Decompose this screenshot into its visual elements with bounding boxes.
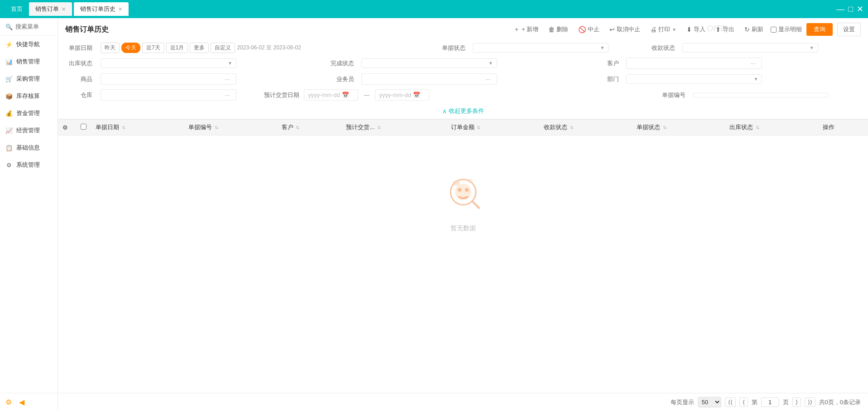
sidebar-item-quick-nav[interactable]: ⚡ 快捷导航 (0, 36, 58, 53)
date-btn-1month[interactable]: 近1月 (166, 43, 188, 53)
customer-dots-icon[interactable]: ··· (748, 60, 758, 67)
salesman-dots-icon[interactable]: ··· (483, 76, 493, 82)
sidebar-search[interactable]: 🔍 搜索菜单 (0, 18, 58, 36)
per-page-select[interactable]: 50 10 20 100 (698, 397, 721, 407)
product-input[interactable]: ··· (101, 73, 236, 85)
sidebar-item-capital[interactable]: 💰 资金管理 (0, 105, 58, 122)
date-btn-custom[interactable]: 自定义 (211, 43, 235, 53)
order-number-label: 单据编号 (662, 91, 689, 99)
th-settings[interactable]: ⚙ (58, 120, 76, 135)
collapse-filter-btn[interactable]: ∧ 收起更多条件 (65, 105, 861, 117)
delivery-date-label: 预计交货日期 (264, 91, 300, 99)
svg-point-4 (465, 188, 469, 192)
th-amount[interactable]: 订单金额 ⇅ (446, 120, 539, 135)
settings-button[interactable]: 设置 (837, 23, 861, 36)
calendar-start-icon[interactable]: 📅 (342, 92, 349, 98)
sidebar-item-basic[interactable]: 📋 基础信息 (0, 139, 58, 156)
select-all-checkbox[interactable] (81, 124, 86, 130)
customer-input[interactable]: ··· (626, 58, 762, 69)
page-number-input[interactable] (761, 397, 779, 407)
empty-illustration (441, 172, 486, 217)
delivery-date-start-input[interactable]: yyyy-mm-dd 📅 (304, 89, 358, 101)
close-btn[interactable]: ✕ (857, 4, 863, 14)
th-receipt-status[interactable]: 收款状态 ⇅ (539, 120, 632, 135)
th-order-status[interactable]: 单据状态 ⇅ (632, 120, 725, 135)
next-page-btn[interactable]: ⟩ (792, 397, 801, 407)
date-btn-today[interactable]: 今天 (121, 43, 140, 53)
toolbar-delete-btn[interactable]: 🗑 删除 (546, 24, 571, 35)
sidebar-item-operation[interactable]: 📈 经营管理 (0, 122, 58, 139)
customer-section: 客户 ··· (595, 58, 861, 69)
toolbar-refresh-btn[interactable]: ↻ 刷新 (742, 24, 766, 35)
th-date[interactable]: 单据日期 ⇅ (91, 120, 184, 135)
system-icon: ⚙ (5, 161, 13, 169)
order-status-arrow-icon: ▼ (600, 45, 604, 50)
complete-status-select[interactable]: ▼ (361, 58, 497, 68)
operation-icon: 📈 (5, 127, 13, 134)
toolbar-export-btn[interactable]: ⬆ 导出 (713, 24, 737, 35)
main-layout: 🔍 搜索菜单 ⚡ 快捷导航 📊 销售管理 🛒 采购管理 📦 库存核算 💰 资金管… (0, 18, 868, 411)
search-button[interactable]: 查询 (806, 23, 833, 36)
th-customer[interactable]: 客户 ⇅ (277, 120, 342, 135)
page-title: 销售订单历史 (65, 25, 109, 34)
table-settings-icon[interactable]: ⚙ (62, 124, 68, 131)
last-page-btn[interactable]: ⟩⟩ (805, 397, 815, 407)
warehouse-dots-icon[interactable]: ··· (222, 92, 232, 98)
tab-sales-order-close[interactable]: ✕ (62, 6, 66, 12)
date-btn-7days[interactable]: 近7天 (142, 43, 164, 53)
product-dots-icon[interactable]: ··· (222, 76, 232, 82)
toolbar-new-btn[interactable]: ＋ + 新增 (511, 24, 541, 35)
toolbar-stop-btn[interactable]: 🚫 中止 (575, 24, 602, 35)
tab-sales-order[interactable]: 销售订单 ✕ (29, 2, 72, 16)
tab-home[interactable]: 首页 (5, 2, 29, 16)
sort-delivery-icon: ⇅ (377, 125, 381, 130)
salesman-input[interactable]: ··· (361, 73, 497, 85)
minimize-btn[interactable]: — (836, 5, 844, 14)
display-toggle-checkbox[interactable] (771, 27, 777, 33)
maximize-btn[interactable]: □ (848, 5, 853, 14)
date-btn-more[interactable]: 更多 (190, 43, 209, 53)
sidebar-item-purchase[interactable]: 🛒 采购管理 (0, 70, 58, 87)
svg-point-5 (453, 180, 460, 186)
page-label: 第 (752, 398, 758, 406)
tab-sales-order-history-close[interactable]: ✕ (118, 6, 122, 12)
first-page-btn[interactable]: ⟨⟨ (725, 397, 736, 407)
department-select[interactable]: ▼ (626, 74, 762, 84)
filter-row-2: 出库状态 ▼ 完成状态 ▼ 客户 (65, 58, 861, 69)
empty-state: 暂无数据 (58, 135, 868, 269)
toolbar-print-btn[interactable]: 🖨 打印 ▼ (647, 24, 679, 35)
salesman-label: 业务员 (331, 75, 358, 83)
sidebar-bottom: ⚙ ◀ (0, 393, 58, 411)
th-out-status[interactable]: 出库状态 ⇅ (725, 120, 818, 135)
capital-icon: 💰 (5, 110, 13, 117)
toolbar-cancel-stop-btn[interactable]: ↩ 取消中止 (607, 24, 643, 35)
receipt-status-select[interactable]: ▼ (682, 43, 818, 53)
print-icon: 🖨 (650, 26, 657, 33)
prev-page-btn[interactable]: ⟨ (739, 397, 748, 407)
out-status-select[interactable]: ▼ (101, 58, 236, 68)
top-bar: 首页 销售订单 ✕ 销售订单历史 ✕ — □ ✕ (0, 0, 868, 18)
date-btn-yesterday[interactable]: 昨天 (101, 43, 120, 53)
sales-icon: 📊 (5, 58, 13, 65)
sort-number-icon: ⇅ (215, 125, 218, 130)
th-delivery[interactable]: 预计交货... ⇅ (341, 120, 446, 135)
th-number[interactable]: 单据编号 ⇅ (184, 120, 277, 135)
delivery-date-end-input[interactable]: yyyy-mm-dd 📅 (375, 89, 429, 101)
order-status-select[interactable]: ▼ (473, 43, 609, 53)
calendar-end-icon[interactable]: 📅 (413, 92, 420, 98)
product-section: 商品 ··· (65, 73, 331, 85)
th-checkbox[interactable] (76, 120, 91, 135)
settings-bottom-icon[interactable]: ⚙ (5, 398, 12, 406)
order-number-input[interactable] (693, 93, 829, 97)
display-toggle[interactable]: 显示明细 (771, 25, 802, 34)
sidebar-item-system[interactable]: ⚙ 系统管理 (0, 156, 58, 174)
warehouse-input[interactable]: ··· (101, 89, 236, 101)
receipt-status-label: 收款状态 (652, 44, 679, 52)
warehouse-label: 仓库 (65, 91, 97, 99)
collapse-sidebar-icon[interactable]: ◀ (19, 398, 24, 406)
toolbar-import-btn[interactable]: ⬇ 导入 (684, 24, 708, 35)
sidebar-item-inventory[interactable]: 📦 库存核算 (0, 87, 58, 105)
sidebar-item-sales[interactable]: 📊 销售管理 (0, 53, 58, 70)
tab-sales-order-history[interactable]: 销售订单历史 ✕ (74, 2, 129, 16)
date-label: 单据日期 (65, 44, 97, 52)
